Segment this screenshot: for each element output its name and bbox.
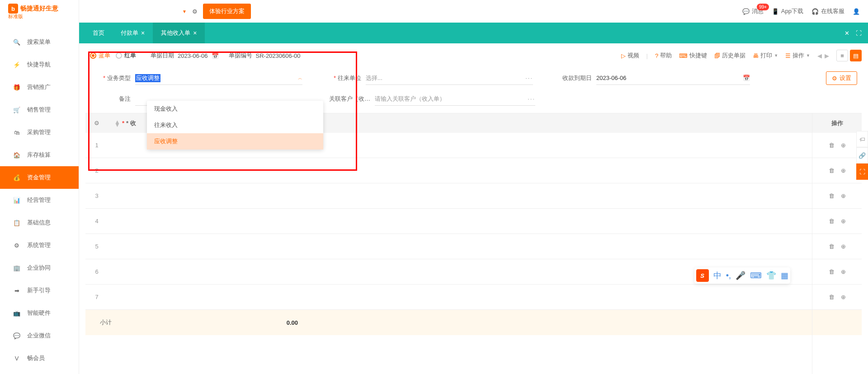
history-link[interactable]: 🗐历史单据	[714, 51, 745, 60]
table-row[interactable]: 2	[85, 158, 812, 183]
delete-icon[interactable]: 🗑	[829, 243, 835, 250]
nav-icon: 🛒	[13, 106, 21, 114]
tab-2[interactable]: 其他收入单×	[153, 23, 205, 43]
copy-icon[interactable]: ⊕	[841, 192, 846, 199]
sidebar-item-1[interactable]: ⚡快捷导航	[0, 53, 79, 76]
rel-customer-label: 关联客户（收…	[321, 95, 370, 103]
delete-icon[interactable]: 🗑	[829, 294, 835, 300]
dropdown-option-0[interactable]: 现金收入	[147, 101, 323, 117]
nav-label: 经营管理	[27, 196, 51, 204]
delete-icon[interactable]: 🗑	[829, 218, 835, 224]
app-download-link[interactable]: 📱App下载	[772, 7, 803, 15]
copy-icon[interactable]: ⊕	[841, 243, 846, 250]
sidebar-item-10[interactable]: 🏢企业协同	[0, 257, 79, 279]
close-icon[interactable]: ×	[193, 29, 197, 37]
ime-keyboard-icon[interactable]: ⌨	[750, 271, 762, 280]
close-icon[interactable]: ×	[141, 29, 145, 37]
headset-icon: 🎧	[811, 8, 819, 15]
due-date-input[interactable]: 2023-06-06📅	[596, 71, 750, 85]
view-list-toggle[interactable]: ≡	[836, 50, 848, 61]
sidebar-item-3[interactable]: 🛒销售管理	[0, 98, 79, 121]
biz-type-select[interactable]: 应收调整︿	[135, 71, 302, 85]
user-menu[interactable]: 👤	[853, 8, 860, 15]
calendar-icon[interactable]: 📅	[743, 75, 750, 81]
nav-label: 资金管理	[27, 173, 51, 182]
sidebar-item-4[interactable]: 🛍采购管理	[0, 121, 79, 144]
delete-icon[interactable]: 🗑	[829, 268, 835, 275]
dropdown-option-2[interactable]: 应收调整	[147, 133, 323, 150]
sidebar-item-11[interactable]: ➡新手引导	[0, 279, 79, 302]
table-settings-icon[interactable]: ⚙	[85, 120, 108, 126]
print-link[interactable]: 🖶打印▼	[753, 51, 778, 60]
delete-icon[interactable]: 🗑	[829, 192, 835, 199]
sidebar-item-9[interactable]: ⚙系统管理	[0, 234, 79, 257]
messages-link[interactable]: 💬消息99+	[742, 7, 764, 15]
more-icon[interactable]: ···	[528, 95, 535, 102]
ops-row: 🗑⊕	[812, 259, 862, 285]
chevron-down-icon: ▼	[182, 9, 187, 14]
link-tool[interactable]: 🔗	[856, 147, 868, 164]
sidebar-item-14[interactable]: V畅会员	[0, 347, 79, 369]
radio-red[interactable]: 红单	[116, 51, 136, 60]
dropdown-option-1[interactable]: 往来收入	[147, 117, 323, 133]
topbar: ▼ ⚙ 体验行业方案 💬消息99+ 📱App下载 🎧在线客服 👤	[79, 0, 868, 23]
ime-lang[interactable]: 中	[713, 270, 722, 281]
delete-icon[interactable]: 🗑	[829, 167, 835, 174]
settings-button[interactable]: ⚙设置	[826, 71, 857, 85]
ops-row: 🗑⊕	[812, 158, 862, 183]
sidebar-item-13[interactable]: 💬企业微信	[0, 324, 79, 347]
copy-icon[interactable]: ⊕	[841, 167, 846, 174]
ime-punct-icon[interactable]: •,	[726, 271, 731, 280]
support-link[interactable]: 🎧在线客服	[811, 7, 844, 15]
rel-customer-input[interactable]: 请输入关联客户（收入单）···	[375, 92, 535, 106]
hotkey-link[interactable]: ⌨快捷键	[679, 51, 707, 60]
ime-logo-icon[interactable]: S	[696, 269, 709, 282]
expand-tool[interactable]: ⛶	[856, 164, 868, 180]
copy-icon[interactable]: ⊕	[841, 268, 846, 275]
table-row[interactable]: 4	[85, 209, 812, 234]
nav-icon: 🏢	[13, 264, 21, 272]
doc-date-value[interactable]: 2023-06-06	[178, 52, 208, 59]
video-link[interactable]: ▷视频	[621, 51, 639, 60]
next-arrow[interactable]: ▶	[825, 52, 829, 59]
more-icon[interactable]: ···	[525, 75, 533, 81]
ime-mic-icon[interactable]: 🎤	[736, 271, 745, 280]
ops-row: 🗑⊕	[812, 209, 862, 234]
ime-skin-icon[interactable]: 👕	[766, 271, 776, 280]
ime-grid-icon[interactable]: ▦	[781, 271, 788, 280]
sidebar-item-7[interactable]: 📊经营管理	[0, 189, 79, 211]
table-row[interactable]: 7	[85, 285, 812, 310]
copy-icon[interactable]: ⊕	[841, 142, 846, 149]
table-row[interactable]: 5	[85, 234, 812, 259]
table-row[interactable]: 3	[85, 183, 812, 209]
prev-arrow[interactable]: ◀	[817, 52, 822, 59]
copy-icon[interactable]: ⊕	[841, 218, 846, 224]
sidebar-item-2[interactable]: 🎁营销推广	[0, 76, 79, 98]
nav-icon: 📺	[13, 309, 21, 317]
nav-list: 🔍搜索菜单⚡快捷导航🎁营销推广🛒销售管理🛍采购管理🏠库存核算💰资金管理📊经营管理…	[0, 23, 79, 369]
tab-close-button[interactable]: ✕	[844, 30, 849, 37]
tab-1[interactable]: 付款单×	[113, 23, 153, 43]
sidebar-item-12[interactable]: 📺智能硬件	[0, 302, 79, 324]
tag-tool[interactable]: 🏷	[856, 131, 868, 147]
history-icon: 🗐	[714, 52, 720, 59]
tab-expand-button[interactable]: ⛶	[856, 30, 862, 37]
view-form-toggle[interactable]: ▤	[850, 50, 862, 61]
gear-icon[interactable]: ⚙	[192, 8, 198, 15]
tab-0[interactable]: 首页	[85, 23, 113, 43]
ops-link[interactable]: ☰操作▼	[785, 51, 810, 60]
sidebar-item-6[interactable]: 💰资金管理	[0, 166, 79, 189]
calendar-icon[interactable]: 📅	[212, 52, 219, 59]
party-select[interactable]: 选择...···	[366, 71, 533, 85]
org-selector[interactable]: ▼	[87, 9, 187, 14]
sidebar-item-0[interactable]: 🔍搜索菜单	[0, 31, 79, 53]
doc-no-value: SR-20230606-00	[256, 52, 301, 59]
copy-icon[interactable]: ⊕	[841, 294, 846, 300]
help-link[interactable]: ?帮助	[655, 51, 672, 60]
trial-button[interactable]: 体验行业方案	[203, 4, 251, 19]
sidebar-item-5[interactable]: 🏠库存核算	[0, 144, 79, 166]
sidebar-item-8[interactable]: 📋基础信息	[0, 211, 79, 234]
radio-blue[interactable]: 蓝单	[90, 51, 110, 60]
help-icon: ?	[655, 52, 658, 59]
delete-icon[interactable]: 🗑	[829, 142, 835, 149]
